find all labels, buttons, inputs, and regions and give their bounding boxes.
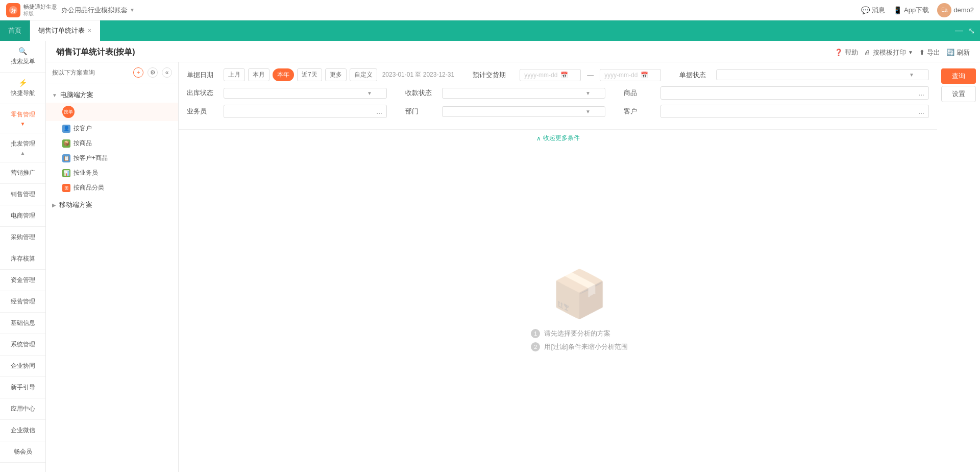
by-salesman-icon: 📊 — [62, 169, 70, 177]
export-icon: ⬆ — [919, 49, 925, 56]
right-filter: 单据日期 上月 本月 本年 近7天 更多 自定义 2023-01-01 至 20… — [179, 62, 980, 472]
page-header: 销售订单统计表(按单) ❓ 帮助 🖨 按模板打印 ▼ ⬆ 导出 🔄 刷新 — [46, 41, 980, 62]
tab-sales-order-stat[interactable]: 销售订单统计表 × — [30, 20, 100, 41]
export-button[interactable]: ⬆ 导出 — [919, 48, 940, 57]
settings-button[interactable]: 设置 — [941, 86, 976, 102]
tree-item-by-product-category[interactable]: ⊞ 按商品分类 — [46, 180, 178, 195]
tab-bar-actions: — ⤡ — [950, 20, 980, 41]
user-area[interactable]: Ea demo2 — [937, 3, 974, 17]
top-bar-left: 好 畅捷通好生意 标版 办公用品行业模拟账套 ▼ — [6, 3, 135, 17]
avatar: Ea — [937, 3, 951, 17]
date-label: 单据日期 — [187, 70, 217, 80]
sidebar-item-appstore[interactable]: 应用中心 — [0, 398, 45, 420]
template-print-button[interactable]: 🖨 按模板打印 ▼ — [864, 48, 913, 57]
tab-close-icon[interactable]: × — [88, 27, 91, 34]
sidebar-item-quicknav[interactable]: ⚡ 快捷导航 — [0, 73, 45, 104]
sidebar: 🔍 搜索菜单 ⚡ 快捷导航 零售管理 ▼ 批发管理 ▲ 营销推广 销售管理 电商… — [0, 41, 46, 472]
department-label: 部门 — [405, 107, 436, 116]
delivery-date-end-input[interactable]: yyyy-mm-dd 📅 — [600, 69, 661, 81]
tree-item-by-order[interactable]: 按单 — [46, 103, 178, 121]
department-select[interactable]: ▼ — [442, 106, 605, 117]
minimize-button[interactable]: — — [955, 26, 963, 35]
date-btn-last-7-days[interactable]: 近7天 — [297, 68, 322, 81]
search-icon: 🔍 — [18, 47, 27, 55]
retail-arrow-icon: ▼ — [20, 121, 26, 127]
help-icon: ❓ — [835, 49, 843, 56]
sidebar-item-retail[interactable]: 零售管理 ▼ — [0, 104, 45, 133]
filter-rows: 单据日期 上月 本月 本年 近7天 更多 自定义 2023-01-01 至 20… — [179, 62, 937, 129]
empty-tip-2: 2 用[过滤]条件来缩小分析范围 — [531, 342, 627, 351]
by-customer-product-icon: 📋 — [62, 154, 70, 162]
date-btn-custom[interactable]: 自定义 — [350, 68, 377, 81]
tab-home[interactable]: 首页 — [0, 20, 30, 41]
tree-item-by-product[interactable]: 📦 按商品 — [46, 136, 178, 151]
sidebar-item-sales[interactable]: 销售管理 — [0, 184, 45, 205]
app-download-button[interactable]: 📱 App下载 — [893, 6, 929, 15]
date-btn-this-year[interactable]: 本年 — [273, 68, 294, 81]
tree-parent-arrow-icon: ▼ — [52, 92, 57, 98]
tree-parent-mobile[interactable]: ▶ 移动端方案 — [46, 197, 178, 213]
message-button[interactable]: 💬 消息 — [861, 6, 885, 15]
date-separator: — — [587, 71, 594, 79]
payment-status-select[interactable]: ▼ — [442, 88, 605, 99]
add-scheme-button[interactable]: + — [133, 67, 143, 78]
breadcrumb[interactable]: 办公用品行业模拟账套 ▼ — [61, 6, 135, 15]
refresh-icon: 🔄 — [946, 49, 954, 56]
payment-status-label: 收款状态 — [405, 88, 436, 98]
maximize-button[interactable]: ⤡ — [968, 26, 975, 36]
top-bar-right: 💬 消息 📱 App下载 Ea demo2 — [861, 3, 974, 17]
sidebar-item-operations[interactable]: 经营管理 — [0, 291, 45, 313]
sidebar-item-enterprise[interactable]: 企业协同 — [0, 356, 45, 377]
home-tab-label: 首页 — [8, 26, 21, 35]
department-chevron-icon: ▼ — [585, 109, 591, 114]
order-status-select[interactable]: ▼ — [716, 69, 929, 80]
collapse-panel-button[interactable]: « — [162, 67, 172, 78]
sidebar-item-newbie[interactable]: 新手引导 — [0, 377, 45, 398]
sidebar-item-finance[interactable]: 资金管理 — [0, 270, 45, 291]
goods-input[interactable]: ... — [660, 86, 929, 100]
sidebar-item-system[interactable]: 系统管理 — [0, 334, 45, 356]
sidebar-item-inventory[interactable]: 库存核算 — [0, 248, 45, 270]
sidebar-item-wechat[interactable]: 企业微信 — [0, 420, 45, 441]
collapse-filter-button[interactable]: ∧ 收起更多条件 — [179, 129, 937, 147]
ship-status-select[interactable]: ▼ — [224, 88, 387, 99]
sidebar-item-purchase[interactable]: 采购管理 — [0, 227, 45, 248]
tip2-number: 2 — [531, 342, 540, 351]
empty-tip-1: 1 请先选择要分析的方案 — [531, 329, 627, 338]
help-button[interactable]: ❓ 帮助 — [835, 48, 858, 57]
tree-parent-pc[interactable]: ▼ 电脑端方案 — [46, 87, 178, 103]
tree-item-by-customer-product[interactable]: 📋 按客户+商品 — [46, 151, 178, 166]
refresh-button[interactable]: 🔄 刷新 — [946, 48, 970, 57]
date-btn-last-month[interactable]: 上月 — [224, 68, 245, 81]
by-customer-icon: 👤 — [62, 125, 70, 133]
content-area: 销售订单统计表(按单) ❓ 帮助 🖨 按模板打印 ▼ ⬆ 导出 🔄 刷新 — [46, 41, 980, 472]
sidebar-item-marketing[interactable]: 营销推广 — [0, 162, 45, 184]
empty-illustration: 📦 — [551, 267, 608, 321]
sidebar-item-vip[interactable]: 畅会员 — [0, 441, 45, 463]
sidebar-item-search[interactable]: 🔍 搜索菜单 — [0, 41, 45, 73]
customer-input[interactable]: ... — [660, 105, 929, 118]
by-product-icon: 📦 — [62, 139, 70, 148]
main-layout: 🔍 搜索菜单 ⚡ 快捷导航 零售管理 ▼ 批发管理 ▲ 营销推广 销售管理 电商… — [0, 41, 980, 472]
sidebar-item-ecommerce[interactable]: 电商管理 — [0, 205, 45, 227]
filter-row-3: 业务员 ... 部门 ▼ 客户 — [187, 105, 929, 118]
tree-section-pc: ▼ 电脑端方案 按单 👤 按客户 — [46, 83, 178, 217]
filter-layout: 按以下方案查询 + ⚙ « ▼ 电脑端方案 — [46, 62, 980, 472]
sales-tab-label: 销售订单统计表 — [38, 26, 85, 35]
salesman-input[interactable]: ... — [224, 105, 387, 118]
message-icon: 💬 — [861, 6, 870, 14]
delivery-date-start-input[interactable]: yyyy-mm-dd 📅 — [520, 69, 581, 81]
query-button[interactable]: 查询 — [941, 68, 976, 84]
date-btn-this-month[interactable]: 本月 — [248, 68, 270, 81]
date-btn-more[interactable]: 更多 — [325, 68, 347, 81]
tree-item-by-salesman[interactable]: 📊 按业务员 — [46, 166, 178, 180]
filter-row-1: 单据日期 上月 本月 本年 近7天 更多 自定义 2023-01-01 至 20… — [187, 68, 929, 81]
tip1-number: 1 — [531, 329, 540, 338]
sidebar-item-base[interactable]: 基础信息 — [0, 313, 45, 334]
sidebar-item-wholesale[interactable]: 批发管理 ▲ — [0, 133, 45, 162]
tree-item-by-customer[interactable]: 👤 按客户 — [46, 121, 178, 136]
salesman-label: 业务员 — [187, 107, 217, 116]
expected-delivery-label: 预计交货期 — [473, 70, 513, 80]
settings-scheme-button[interactable]: ⚙ — [148, 67, 158, 78]
by-order-icon: 按单 — [62, 106, 75, 118]
